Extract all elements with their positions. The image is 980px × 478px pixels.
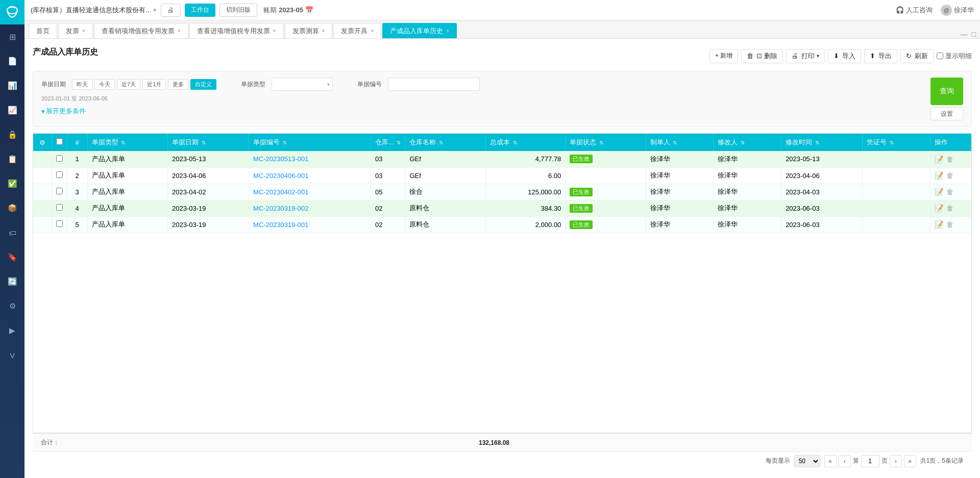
edit-icon[interactable]: 📝 [935, 171, 943, 180]
sidebar-item-check[interactable]: ✅ [0, 171, 24, 196]
col-modifier[interactable]: 修改人 ⇅ [714, 134, 781, 151]
delete-icon[interactable]: 🗑 [946, 204, 953, 212]
user-info[interactable]: @ 徐泽华 [941, 5, 974, 16]
row-checkbox[interactable] [56, 155, 63, 162]
delete-button[interactable]: 🗑 ⊡ 删除 [741, 49, 783, 63]
shortcut-today[interactable]: 今天 [94, 79, 115, 90]
row-checkbox-cell[interactable] [52, 200, 67, 216]
query-button[interactable]: 查询 [930, 78, 963, 105]
page-number-input[interactable] [861, 455, 879, 467]
sidebar-item-cost[interactable]: 🏷 [0, 220, 24, 245]
row-checkbox[interactable] [56, 220, 63, 227]
row-number-link[interactable]: MC-20230319-002 [253, 205, 308, 212]
expand-filter-button[interactable]: ▾ 展开更多条件 [41, 107, 86, 116]
tab-invoice-calc-close[interactable]: × [322, 28, 325, 34]
row-number[interactable]: MC-20230319-002 [249, 200, 371, 216]
shortcut-custom[interactable]: 自定义 [190, 79, 216, 90]
col-creator[interactable]: 制单人 ⇅ [646, 134, 714, 151]
row-number[interactable]: MC-20230513-001 [249, 151, 371, 167]
edit-icon[interactable]: 📝 [935, 204, 943, 212]
col-select-all[interactable] [52, 134, 67, 151]
sidebar-item-play[interactable]: ▶ [0, 318, 24, 343]
new-button[interactable]: + 新增 [709, 49, 738, 63]
col-status[interactable]: 单据状态 ⇅ [566, 134, 646, 151]
sidebar-item-chart[interactable]: 📈 [0, 98, 24, 122]
tab-invoice-issue-close[interactable]: × [371, 28, 374, 34]
refresh-button[interactable]: ↻ 刷新 [900, 49, 934, 63]
select-all-checkbox[interactable] [56, 138, 63, 145]
row-checkbox-cell[interactable] [52, 167, 67, 184]
workbench-button[interactable]: 工作台 [185, 4, 215, 17]
edit-icon[interactable]: 📝 [935, 155, 943, 163]
sidebar-item-stamp[interactable]: 🔖 [0, 245, 24, 269]
row-checkbox[interactable] [56, 188, 63, 194]
sidebar-item-home[interactable]: ⊞ [0, 24, 24, 49]
type-filter-select[interactable]: 产品入库单 [272, 78, 333, 91]
row-number-link[interactable]: MC-20230319-001 [253, 221, 308, 229]
col-total-cost[interactable]: 总成本 ⇅ [485, 134, 565, 151]
number-filter-input[interactable] [388, 78, 480, 91]
col-date[interactable]: 单据日期 ⇅ [167, 134, 249, 151]
tab-view-purchase-vat[interactable]: 查看进项增值税专用发票 × [189, 23, 284, 38]
row-number[interactable]: MC-20230319-001 [249, 216, 371, 233]
tab-invoice-calc[interactable]: 发票测算 × [285, 23, 333, 38]
row-number[interactable]: MC-20230402-001 [249, 184, 371, 200]
calendar-icon[interactable]: 📅 [305, 6, 313, 14]
row-number[interactable]: MC-20230406-001 [249, 167, 371, 184]
import-button[interactable]: ⬇ 导入 [828, 49, 861, 63]
row-number-link[interactable]: MC-20230406-001 [253, 172, 308, 180]
sidebar-item-settings[interactable]: ⚙ [0, 294, 24, 318]
sidebar-item-record[interactable]: 📋 [0, 147, 24, 171]
delete-icon[interactable]: 🗑 [946, 220, 953, 229]
tab-home[interactable]: 首页 [29, 23, 57, 38]
row-checkbox-cell[interactable] [52, 151, 67, 167]
tab-invoice-issue[interactable]: 发票开具 × [333, 23, 381, 38]
tab-product-inbound-history[interactable]: 产成品入库单历史 × [382, 23, 457, 38]
sidebar-item-data[interactable]: 📊 [0, 73, 24, 98]
tab-view-purchase-vat-close[interactable]: × [273, 28, 276, 34]
tab-invoice[interactable]: 发票 × [58, 23, 93, 38]
tab-product-inbound-history-close[interactable]: × [446, 28, 449, 34]
minimize-button[interactable]: — [961, 30, 968, 38]
print-button[interactable]: 🖨 打印 ▾ [786, 49, 825, 63]
tab-view-sales-vat-close[interactable]: × [178, 28, 181, 34]
old-version-button[interactable]: 切到旧版 [219, 4, 257, 17]
row-checkbox[interactable] [56, 171, 63, 178]
maximize-button[interactable]: □ [972, 30, 976, 38]
sidebar-item-version[interactable]: V [0, 343, 24, 367]
sidebar-item-inventory[interactable]: 📦 [0, 196, 24, 220]
prev-page-button[interactable]: ‹ [839, 455, 851, 467]
tab-view-sales-vat[interactable]: 查看销项增值税专用发票 × [94, 23, 188, 38]
shortcut-yesterday[interactable]: 昨天 [72, 79, 92, 90]
last-page-button[interactable]: » [904, 455, 916, 467]
delete-icon[interactable]: 🗑 [946, 188, 953, 196]
export-button[interactable]: ⬆ 导出 [864, 49, 897, 63]
col-voucher[interactable]: 凭证号 ⇅ [863, 134, 930, 151]
first-page-button[interactable]: « [824, 455, 837, 467]
col-settings[interactable]: ⚙ [33, 134, 52, 151]
sidebar-item-doc[interactable]: 📄 [0, 49, 24, 73]
edit-icon[interactable]: 📝 [935, 188, 943, 196]
sidebar-item-refresh[interactable]: 🔄 [0, 269, 24, 294]
company-selector[interactable]: (库存核算）直播轻途通信息技术股份有... ▾ [31, 6, 157, 15]
row-number-link[interactable]: MC-20230402-001 [253, 188, 308, 196]
sidebar-item-lock[interactable]: 🔒 [0, 122, 24, 147]
row-number-link[interactable]: MC-20230513-001 [253, 155, 308, 163]
shortcut-1month[interactable]: 近1月 [142, 79, 166, 90]
next-page-button[interactable]: › [890, 455, 902, 467]
col-warehouse-code[interactable]: 仓库... ⇅ [371, 134, 405, 151]
row-checkbox-cell[interactable] [52, 184, 67, 200]
per-page-select[interactable]: 50 10 20 100 [794, 455, 820, 467]
tab-invoice-close[interactable]: × [82, 28, 85, 34]
app-logo[interactable] [0, 0, 24, 24]
help-info[interactable]: 🎧 人工咨询 [896, 6, 933, 15]
delete-icon[interactable]: 🗑 [946, 171, 953, 180]
show-detail-checkbox[interactable] [937, 53, 943, 59]
row-checkbox[interactable] [56, 204, 63, 211]
edit-icon[interactable]: 📝 [935, 220, 943, 229]
col-modify-time[interactable]: 修改时间 ⇅ [781, 134, 863, 151]
col-type[interactable]: 单据类型 ⇅ [87, 134, 167, 151]
setting-button[interactable]: 设置 [930, 107, 963, 120]
delete-icon[interactable]: 🗑 [946, 155, 953, 163]
row-checkbox-cell[interactable] [52, 216, 67, 233]
